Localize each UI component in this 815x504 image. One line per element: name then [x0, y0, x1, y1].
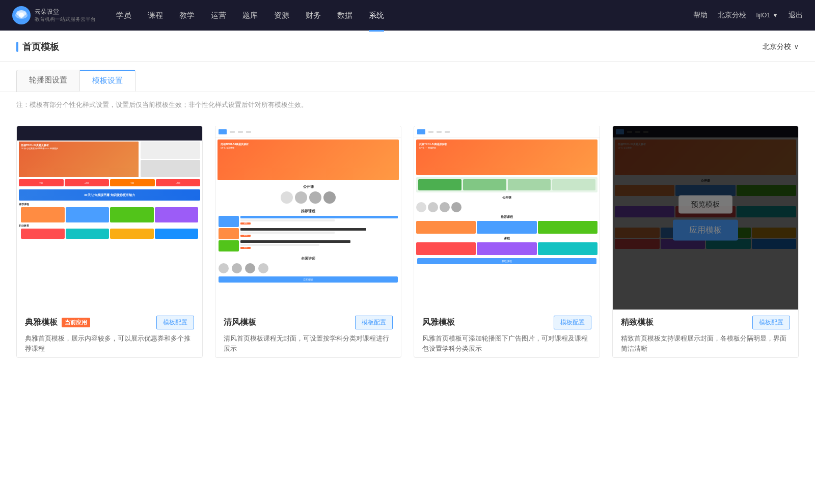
config-button-1[interactable]: 模板配置	[156, 316, 194, 329]
nav-item-finance[interactable]: 财务	[306, 9, 321, 22]
nav-item-teaching[interactable]: 教学	[179, 9, 195, 22]
config-button-4[interactable]: 模板配置	[752, 316, 790, 329]
nav-user[interactable]: lijtO1 ▼	[756, 12, 778, 19]
nav-item-courses[interactable]: 课程	[148, 9, 163, 22]
logo-icon	[12, 6, 31, 24]
page-container: 首页模板 北京分校 ∨ 轮播图设置 模板设置 注：模板有部分个性化样式设置，设置…	[0, 31, 815, 504]
template-footer-1: 典雅模板 当前应用 模板配置 典雅首页模板，展示内容较多，可以展示优惠券和多个推…	[17, 310, 202, 357]
page-header: 首页模板 北京分校 ∨	[0, 31, 815, 62]
nav-item-questions[interactable]: 题库	[242, 9, 258, 22]
badge-current: 当前应用	[62, 318, 90, 327]
template-name-3: 风雅模板	[422, 317, 455, 328]
template-footer-3: 风雅模板 模板配置 风雅首页模板可添加轮播图下广告图片，可对课程及课程包设置学科…	[414, 310, 600, 357]
preview-button[interactable]: 预览模板	[678, 195, 732, 214]
template-name-2: 清风模板	[224, 317, 256, 328]
template-card-jingzhimban: 托福TPO1-54真题及解析 CF·头·Q运营室 公开课 推荐课程	[612, 126, 799, 358]
template-desc-4: 精致首页模板支持课程展示封面，各模板分隔明显，界面简洁清晰	[621, 333, 790, 353]
template-desc-3: 风雅首页模板可添加轮播图下广告图片，可对课程及课程包设置学科分类展示	[422, 333, 591, 353]
template-name-1: 典雅模板 当前应用	[25, 317, 90, 328]
nav-logo: 云朵设堂 教育机构一站式服务云平台	[12, 6, 96, 24]
nav-item-students[interactable]: 学员	[116, 9, 131, 22]
nav-right: 帮助 北京分校 lijtO1 ▼ 退出	[693, 11, 803, 20]
t1-banner-text: 30天 让你摆脱平庸 知识使你更有魅力	[19, 189, 200, 201]
template-card-diangyamban: 托福TPO1-54真题及解析 CF 头·Q运营室·QR哄哄着·一·一 幸福更多 …	[16, 126, 203, 358]
tab-carousel[interactable]: 轮播图设置	[16, 70, 80, 92]
config-button-3[interactable]: 模板配置	[554, 316, 591, 329]
nav-item-operations[interactable]: 运营	[211, 9, 226, 22]
template-preview-4: 托福TPO1-54真题及解析 CF·头·Q运营室 公开课 推荐课程	[613, 126, 798, 310]
tab-template[interactable]: 模板设置	[79, 70, 135, 92]
nav-school[interactable]: 北京分校	[718, 11, 746, 20]
apply-button[interactable]: 应用模板	[673, 220, 738, 241]
template-desc-2: 清风首页模板课程无封面，可设置按学科分类对课程进行展示	[224, 333, 393, 353]
template-name-4: 精致模板	[621, 317, 654, 328]
template-footer-4: 精致模板 模板配置 精致首页模板支持课程展示封面，各模板分隔明显，界面简洁清晰	[613, 310, 798, 357]
template-card-fengyamban: 托福TPO1-54真题及解析 CF·头·一 幸福更多 公开课	[414, 126, 600, 358]
template-footer-2: 清风模板 模板配置 清风首页模板课程无封面，可设置按学科分类对课程进行展示	[215, 310, 401, 357]
nav-item-system[interactable]: 系统	[369, 9, 384, 22]
template-overlay: 预览模板 应用模板	[673, 195, 738, 241]
school-selector[interactable]: 北京分校 ∨	[763, 42, 799, 51]
chevron-down-icon: ∨	[794, 43, 799, 50]
config-button-2[interactable]: 模板配置	[355, 316, 393, 329]
nav-item-resources[interactable]: 资源	[274, 9, 289, 22]
template-preview-1: 托福TPO1-54真题及解析 CF 头·Q运营室·QR哄哄着·一·一 幸福更多 …	[17, 126, 202, 310]
template-preview-3: 托福TPO1-54真题及解析 CF·头·一 幸福更多 公开课	[414, 126, 600, 310]
page-title: 首页模板	[16, 41, 59, 53]
navbar: 云朵设堂 教育机构一站式服务云平台 学员 课程 教学 运营 题库 资源 财务 数…	[0, 0, 815, 31]
nav-item-data[interactable]: 数据	[337, 9, 352, 22]
svg-point-2	[19, 13, 24, 18]
nav-help[interactable]: 帮助	[693, 11, 708, 20]
logo-text: 云朵设堂 教育机构一站式服务云平台	[35, 8, 96, 23]
note-text: 注：模板有部分个性化样式设置，设置后仅当前模板生效；非个性化样式设置后针对所有模…	[0, 92, 815, 118]
tabs-container: 轮播图设置 模板设置	[0, 62, 815, 92]
nav-logout[interactable]: 退出	[789, 11, 803, 20]
template-preview-2: 托福TPO1-54真题及解析 CF·头·Q运营室 公开课 推荐课程	[215, 126, 401, 310]
template-desc-1: 典雅首页模板，展示内容较多，可以展示优惠券和多个推荐课程	[25, 333, 194, 353]
template-card-qingfengmban: 托福TPO1-54真题及解析 CF·头·Q运营室 公开课 推荐课程	[215, 126, 401, 358]
nav-menu: 学员 课程 教学 运营 题库 资源 财务 数据 系统	[116, 9, 693, 22]
templates-grid: 托福TPO1-54真题及解析 CF 头·Q运营室·QR哄哄着·一·一 幸福更多 …	[0, 118, 815, 378]
